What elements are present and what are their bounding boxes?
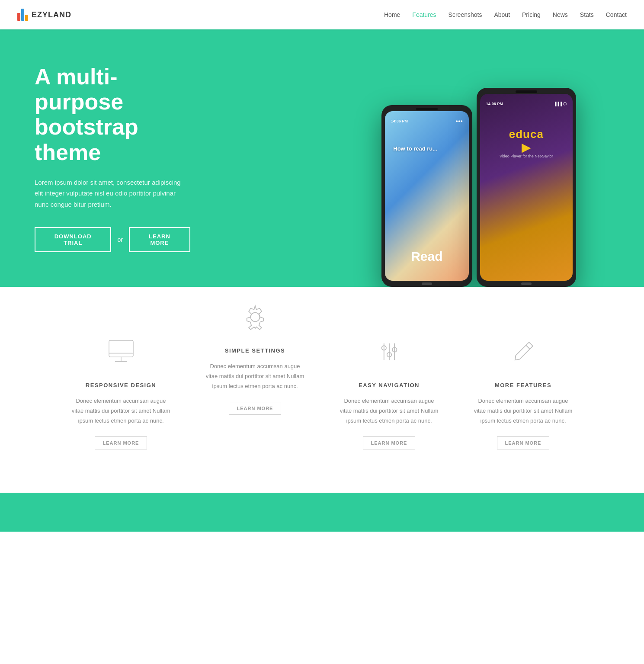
feature-desc-1: Donec elementum accumsan augue vitae mat… <box>71 396 171 426</box>
phone-status-2: 14:06 PM ▐▐▐ ⬡ <box>486 102 567 106</box>
feature-btn-4[interactable]: LEARN MORE <box>497 436 550 449</box>
footer-band <box>0 493 644 532</box>
logo-bar-red <box>17 13 20 21</box>
phone-home-1 <box>422 282 432 285</box>
feature-card-1: RESPONSIVE DESIGN Donec elementum accums… <box>63 326 179 458</box>
or-text: or <box>117 236 122 243</box>
hero-content: A multi-purpose bootstrap theme Lorem ip… <box>0 29 225 287</box>
svg-line-13 <box>526 346 530 350</box>
phone-mockup-1: 14:06 PM ●●● How to read ru... Read <box>381 105 472 287</box>
features-section: RESPONSIVE DESIGN Donec elementum accums… <box>0 287 644 492</box>
feature-btn-1[interactable]: LEARN MORE <box>95 436 147 449</box>
feature-btn-2[interactable]: LEARN MORE <box>229 402 282 415</box>
brand-name: EZYLAND <box>32 10 71 19</box>
feature-title-4: MORE FEATURES <box>474 382 573 388</box>
feature-title-3: EASY NAVIGATION <box>340 382 439 388</box>
logo-bar-blue <box>21 9 24 21</box>
feature-btn-3[interactable]: LEARN MORE <box>363 436 416 449</box>
feature-desc-2: Donec elementum accumsan augue vitae mat… <box>205 362 305 391</box>
logo-bar-orange <box>25 15 28 21</box>
phone-app-educa: educa ▶ <box>503 128 549 154</box>
phone-mockup-group: 14:06 PM ●●● How to read ru... Read 14:0… <box>373 62 580 287</box>
nav-contact[interactable]: Contact <box>606 11 627 18</box>
sliders-icon <box>372 334 407 369</box>
logo-icon <box>17 9 28 21</box>
logo-link[interactable]: EZYLAND <box>17 9 71 21</box>
features-grid: RESPONSIVE DESIGN Donec elementum accums… <box>63 326 582 458</box>
monitor-icon <box>104 334 138 369</box>
hero-phones: 14:06 PM ●●● How to read ru... Read 14:0… <box>309 29 644 287</box>
feature-title-2: SIMPLE SETTINGS <box>205 347 305 354</box>
phone-home-2 <box>521 282 532 285</box>
hero-title: A multi-purpose bootstrap theme <box>35 64 190 165</box>
nav-news[interactable]: News <box>553 11 568 18</box>
phone-notch-2 <box>516 90 537 93</box>
phone-notch-1 <box>416 108 438 110</box>
nav-pricing[interactable]: Pricing <box>522 11 541 18</box>
nav-stats[interactable]: Stats <box>580 11 594 18</box>
feature-title-1: RESPONSIVE DESIGN <box>71 382 171 388</box>
pencil-icon <box>506 334 541 369</box>
phone-app-label-1: How to read ru... <box>393 145 437 152</box>
phone-screen-1: 14:06 PM ●●● How to read ru... Read <box>385 111 469 281</box>
hero-description: Lorem ipsum dolor sit amet, consectetur … <box>35 177 190 210</box>
download-trial-button[interactable]: DOWNLOAD TRIAL <box>35 227 111 252</box>
nav-features[interactable]: Features <box>412 11 436 18</box>
svg-point-6 <box>250 313 260 322</box>
nav-about[interactable]: About <box>494 11 510 18</box>
learn-more-hero-button[interactable]: LEARN MORE <box>129 227 190 252</box>
hero-buttons: DOWNLOAD TRIAL or LEARN MORE <box>35 227 190 252</box>
nav-home[interactable]: Home <box>384 11 400 18</box>
hero-section: A multi-purpose bootstrap theme Lorem ip… <box>0 29 644 287</box>
feature-desc-3: Donec elementum accumsan augue vitae mat… <box>340 396 439 426</box>
phone-app-read: Read <box>411 249 442 264</box>
phone-mockup-2: 14:06 PM ▐▐▐ ⬡ educa ▶ Video Player for … <box>477 88 576 287</box>
nav-links: Home Features Screenshots About Pricing … <box>384 11 627 19</box>
phone-status-1: 14:06 PM ●●● <box>391 119 463 123</box>
feature-desc-4: Donec elementum accumsan augue vitae mat… <box>474 396 573 426</box>
svg-rect-0 <box>109 340 133 357</box>
feature-card-2: SIMPLE SETTINGS Donec elementum accumsan… <box>197 326 314 458</box>
feature-card-4: MORE FEATURES Donec elementum accumsan a… <box>465 326 582 458</box>
phone-screen-2: 14:06 PM ▐▐▐ ⬡ educa ▶ Video Player for … <box>480 94 573 281</box>
feature-card-3: EASY NAVIGATION Donec elementum accumsan… <box>331 326 448 458</box>
phone-app-subtitle: Video Player for the Net-Savior <box>500 154 553 158</box>
navigation: EZYLAND Home Features Screenshots About … <box>0 0 644 29</box>
nav-screenshots[interactable]: Screenshots <box>449 11 482 18</box>
gear-icon-better <box>238 300 272 334</box>
monitor-svg <box>106 337 136 367</box>
